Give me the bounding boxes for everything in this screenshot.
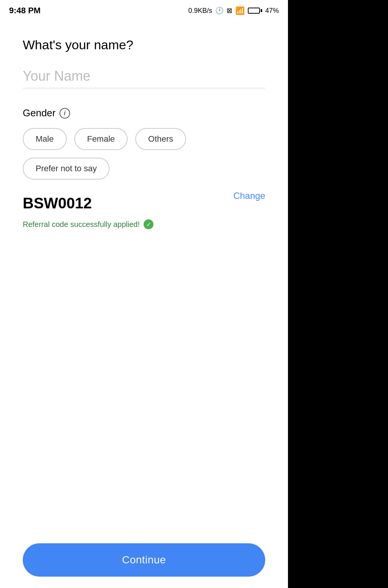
wifi-icon: 📶 <box>235 6 245 15</box>
status-bar: 9:48 PM 0.9KB/s 🕐 ⊠ 📶 47% <box>0 0 288 21</box>
black-panel <box>288 0 388 588</box>
referral-code: BSW0012 <box>23 195 92 212</box>
battery-percent: 47% <box>265 7 279 15</box>
battery-icon <box>248 8 262 14</box>
name-input[interactable] <box>23 64 265 88</box>
gender-section: Gender i Male Female Others Prefer not <box>23 107 265 180</box>
phone-screen: 9:48 PM 0.9KB/s 🕐 ⊠ 📶 47% What's your na… <box>0 0 288 588</box>
close-icon: ⊠ <box>227 6 232 15</box>
gender-prefer-not-button[interactable]: Prefer not to say <box>23 158 110 180</box>
alarm-icon: 🕐 <box>215 6 224 15</box>
gender-label: Gender <box>23 107 56 119</box>
continue-button[interactable]: Continue <box>23 543 265 577</box>
status-icons: 0.9KB/s 🕐 ⊠ 📶 47% <box>188 6 279 15</box>
main-content: What's your name? Gender i Male Female O… <box>0 21 288 588</box>
gender-female-button[interactable]: Female <box>74 128 128 150</box>
network-speed: 0.9KB/s <box>188 7 212 15</box>
gender-label-row: Gender i <box>23 107 265 119</box>
referral-change-button[interactable]: Change <box>233 191 265 201</box>
status-time: 9:48 PM <box>9 6 41 16</box>
gender-others-button[interactable]: Others <box>135 128 186 150</box>
gender-options-row1: Male Female Others <box>23 128 265 150</box>
info-icon[interactable]: i <box>59 108 70 119</box>
question-label: What's your name? <box>23 36 265 53</box>
bottom-bar: Continue <box>23 543 265 577</box>
gender-options-row2: Prefer not to say <box>23 158 265 180</box>
referral-status-text: Referral code successfully applied! <box>23 220 140 229</box>
gender-male-button[interactable]: Male <box>23 128 67 150</box>
referral-status-row: Referral code successfully applied! ✓ <box>23 219 265 229</box>
referral-section: BSW0012 Change Referral code successfull… <box>23 195 265 229</box>
check-circle-icon: ✓ <box>144 219 153 229</box>
